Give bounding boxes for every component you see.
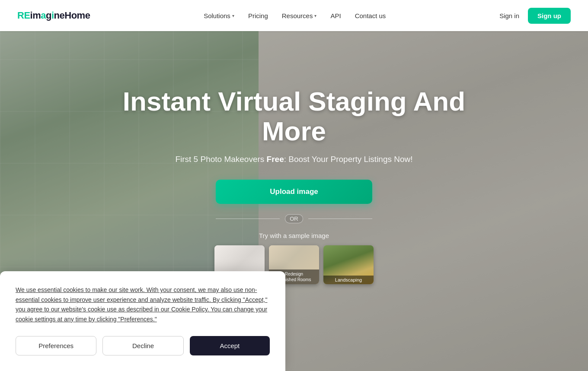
- upload-image-button[interactable]: Upload image: [216, 180, 372, 204]
- hero-title: Instant Virtual Staging And More: [117, 87, 471, 146]
- nav-solutions[interactable]: Solutions ▾: [204, 12, 234, 19]
- signin-link[interactable]: Sign in: [499, 12, 519, 19]
- nav-pricing[interactable]: Pricing: [248, 12, 268, 19]
- nav-resources[interactable]: Resources ▾: [282, 12, 317, 19]
- sample-label: Try with a sample image: [117, 232, 471, 239]
- cookie-banner: We use essential cookies to make our sit…: [0, 271, 285, 371]
- sample-3-caption: Landscaping: [323, 276, 374, 284]
- or-text: OR: [285, 214, 303, 223]
- cookie-policy-link[interactable]: Cookie Policy: [171, 306, 208, 313]
- logo[interactable]: REimagineHome: [17, 10, 90, 21]
- sample-landscaping[interactable]: Landscaping: [323, 245, 374, 284]
- logo-text: REimagineHome: [17, 10, 90, 21]
- cookie-text: We use essential cookies to make our sit…: [16, 285, 270, 324]
- or-divider: OR: [216, 214, 372, 223]
- divider-line-left: [216, 219, 280, 219]
- hero-content: Instant Virtual Staging And More First 5…: [108, 87, 480, 284]
- navbar: REimagineHome Solutions ▾ Pricing Resour…: [0, 0, 588, 31]
- sample-bg-3: Landscaping: [323, 245, 374, 284]
- hero-subtitle: First 5 Photo Makeovers Free: Boost Your…: [117, 155, 471, 164]
- chevron-down-icon: ▾: [232, 13, 234, 18]
- nav-right: Sign in Sign up: [499, 8, 571, 24]
- accept-button[interactable]: Accept: [190, 336, 270, 355]
- hero-free-text: Free: [267, 155, 284, 164]
- preferences-inline-link[interactable]: Preferences: [120, 316, 153, 323]
- signup-button[interactable]: Sign up: [528, 8, 571, 24]
- decline-button[interactable]: Decline: [102, 336, 183, 355]
- nav-links: Solutions ▾ Pricing Resources ▾ API Cont…: [204, 12, 386, 19]
- cookie-buttons: Preferences Decline Accept: [16, 336, 270, 355]
- preferences-button[interactable]: Preferences: [16, 336, 96, 355]
- nav-api[interactable]: API: [330, 12, 341, 19]
- nav-contact[interactable]: Contact us: [355, 12, 386, 19]
- divider-line-right: [308, 219, 372, 219]
- chevron-down-icon: ▾: [314, 13, 316, 18]
